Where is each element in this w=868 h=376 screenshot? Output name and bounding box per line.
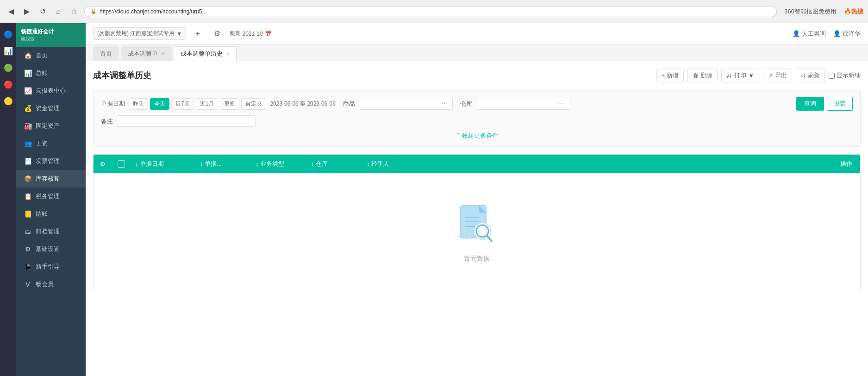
strip-icon-4[interactable]: 🔴 [2, 78, 15, 91]
print-btn[interactable]: 🖨 打印 ▼ [721, 69, 759, 82]
date-btn-1month[interactable]: 近1月 [196, 98, 219, 110]
sidebar-label-reports: 云报表中心 [36, 87, 66, 95]
hot-search-btn[interactable]: 🔥热搜 [844, 7, 863, 16]
tab-home[interactable]: 首页 [93, 46, 119, 61]
home-button[interactable]: ⌂ [52, 5, 65, 18]
settlement-icon: 📒 [24, 210, 32, 218]
date-range-text: 2023-06-06 至 2023-06-06 [270, 100, 335, 108]
sidebar-item-vip[interactable]: V 畅会员 [16, 276, 86, 293]
col-settings[interactable]: ⚙ [94, 161, 112, 168]
note-input[interactable] [117, 115, 256, 127]
col-person[interactable]: ↕ 经手人 [362, 160, 418, 168]
col-type[interactable]: ↕ 业务类型 [251, 160, 306, 168]
search-tool[interactable]: 360智能抠图免费用 [781, 6, 840, 17]
strip-icon-5[interactable]: 🟡 [2, 94, 15, 107]
sidebar-label-guide: 新手引导 [36, 263, 60, 271]
goods-input[interactable] [362, 100, 440, 107]
sidebar-item-inventory[interactable]: 📦 库存核算 [16, 170, 86, 188]
back-button[interactable]: ◀ [5, 5, 18, 18]
strip-icon-1[interactable]: 🔵 [2, 28, 15, 41]
sidebar-item-reports[interactable]: 📈 云报表中心 [16, 82, 86, 100]
date-btn-more[interactable]: 更多 [220, 98, 239, 110]
date-btn-today[interactable]: 今天 [150, 98, 169, 110]
sidebar-item-invoice[interactable]: 🧾 发票管理 [16, 152, 86, 170]
sidebar-logo-sub: 旗舰版 [21, 36, 54, 42]
refresh-icon: ↺ [801, 72, 806, 79]
sidebar-item-tax[interactable]: 📋 税务管理 [16, 188, 86, 205]
company-selector[interactable]: (勿删勿禁用) 江西服宝测试专用 ▼ [93, 27, 186, 40]
page-actions: + 新增 🗑 删除 🖨 打印 ▼ ↗ 导出 [656, 69, 861, 82]
star-button[interactable]: ☆ [68, 5, 81, 18]
delete-label: 删除 [700, 71, 712, 80]
page-header: 成本调整单历史 + 新增 🗑 删除 🖨 打印 ▼ [93, 69, 861, 82]
new-btn[interactable]: + 新增 [656, 69, 684, 82]
date-buttons: 昨天 今天 近7天 近1月 更多 自定义 [129, 98, 266, 110]
sidebar-item-settlement[interactable]: 📒 结账 [16, 205, 86, 223]
sidebar-item-ledger[interactable]: 📊 总账 [16, 64, 86, 82]
show-columns-checkbox[interactable] [829, 73, 835, 79]
tab-cost-adjust-history-close[interactable]: × [226, 50, 230, 57]
app-container: 🔵 📊 🟢 🔴 🟡 畅捷通好会计 旗舰版 🏠 首页 📊 总账 📈 云报表中心 [0, 23, 868, 376]
delete-btn[interactable]: 🗑 删除 [687, 69, 718, 82]
warehouse-input[interactable] [479, 100, 557, 107]
goods-ellipsis-btn[interactable]: ··· [440, 100, 450, 108]
user-profile-btn[interactable]: 👤 徐泽华 [833, 30, 861, 38]
browser-tools: 360智能抠图免费用 🔥热搜 [781, 6, 863, 17]
tab-cost-adjust[interactable]: 成本调整单 × [121, 46, 172, 61]
tab-bar: 首页 成本调整单 × 成本调整单历史 × [86, 44, 868, 61]
sidebar-item-payroll[interactable]: 👥 工资 [16, 135, 86, 152]
table-container: ⚙ ↕ 单据日期 ↕ 单据... ↕ 业务类型 ↕ 仓库 [93, 154, 861, 291]
refresh-btn[interactable]: ↺ 刷新 [796, 69, 825, 82]
inventory-icon: 📦 [24, 175, 32, 182]
strip-icon-2[interactable]: 📊 [2, 44, 15, 57]
col-warehouse[interactable]: ↕ 仓库 [306, 160, 362, 168]
consult-btn[interactable]: 👤 人工咨询 [793, 30, 826, 38]
date-btn-7days[interactable]: 近7天 [171, 98, 194, 110]
delete-icon: 🗑 [693, 72, 699, 79]
warehouse-label: 仓库 [460, 100, 472, 108]
col-warehouse-label: ↕ 仓库 [311, 160, 328, 168]
url-text: https://cloud.chanjet.com/accounting/uru… [100, 8, 206, 15]
date-btn-yesterday[interactable]: 昨天 [129, 98, 148, 110]
address-bar[interactable]: 🔒 https://cloud.chanjet.com/accounting/u… [84, 6, 777, 17]
period-info: 账期 2021-10 📅 [230, 30, 272, 38]
col-date[interactable]: ↕ 单据日期 [131, 160, 195, 168]
query-btn[interactable]: 查询 [796, 97, 824, 111]
forward-button[interactable]: ▶ [20, 5, 33, 18]
sidebar-item-fixed-assets[interactable]: 🏭 固定资产 [16, 117, 86, 135]
sidebar-item-guide[interactable]: 📱 新手引导 [16, 258, 86, 276]
goods-filter-group: 商品 ··· [343, 98, 453, 110]
sidebar-label-invoice: 发票管理 [36, 157, 60, 165]
sidebar-item-home[interactable]: 🏠 首页 [16, 47, 86, 64]
collapse-filter-btn[interactable]: ⌃ 收起更多条件 [456, 132, 499, 140]
col-checkbox [112, 160, 131, 168]
sidebar-item-funds[interactable]: 💰 资金管理 [16, 100, 86, 117]
add-company-btn[interactable]: + [191, 27, 204, 40]
col-number[interactable]: ↕ 单据... [195, 160, 251, 168]
warehouse-ellipsis-btn[interactable]: ··· [557, 100, 567, 108]
user-avatar-icon: 👤 [833, 30, 841, 37]
print-label: 打印 [734, 71, 746, 80]
new-icon: + [662, 72, 665, 79]
header-checkbox[interactable] [118, 160, 125, 168]
refresh-button[interactable]: ↺ [36, 5, 49, 18]
tab-cost-adjust-close[interactable]: × [162, 50, 165, 57]
sidebar-item-archive[interactable]: 🗂 归档管理 [16, 223, 86, 240]
col-ops-label: 操作 [840, 160, 852, 168]
warehouse-filter-group: 仓库 ··· [460, 98, 570, 110]
company-settings-btn[interactable]: ⚙ [209, 27, 225, 40]
sidebar-item-settings[interactable]: ⚙ 基础设置 [16, 240, 86, 258]
strip-icon-3[interactable]: 🟢 [2, 61, 15, 74]
sidebar-label-inventory: 库存核算 [36, 175, 60, 183]
new-label: 新增 [667, 71, 679, 80]
query-settings-group: 查询 设置 [796, 97, 853, 111]
sidebar-label-vip: 畅会员 [36, 280, 54, 288]
export-btn[interactable]: ↗ 导出 [763, 69, 792, 82]
period-value: 2021-10 [243, 31, 263, 37]
date-btn-custom[interactable]: 自定义 [241, 98, 266, 110]
tab-cost-adjust-history[interactable]: 成本调整单历史 × [174, 46, 237, 61]
sidebar-label-settlement: 结账 [36, 210, 48, 218]
col-date-label: ↕ 单据日期 [135, 160, 164, 168]
archive-icon: 🗂 [24, 228, 32, 235]
settings-query-btn[interactable]: 设置 [827, 97, 853, 111]
